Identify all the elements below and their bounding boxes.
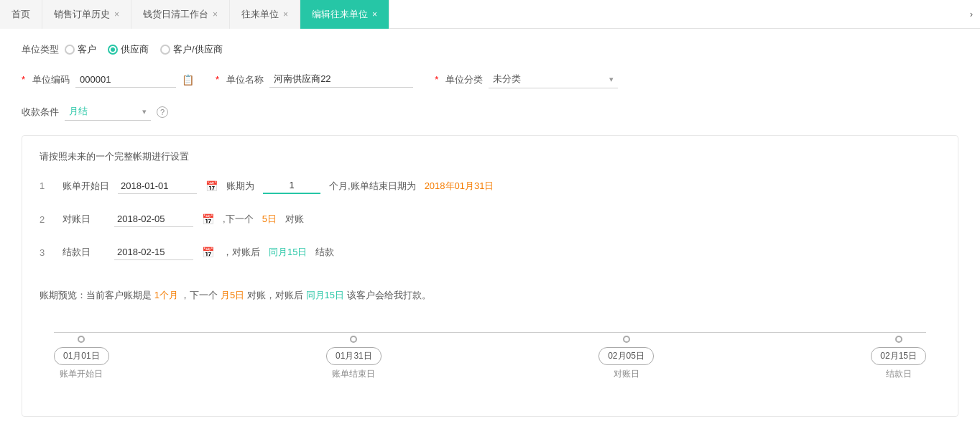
radio-both-label: 客户/供应商 [173,43,223,56]
tab-sales-history[interactable]: 销售订单历史 × [42,0,131,29]
settings-title: 请按照未来的一个完整帐期进行设置 [40,150,940,163]
timeline-node-1: 01月01日 账单开始日 [54,323,109,380]
tab-cash-work-label: 钱货日清工作台 [143,8,208,21]
preview-section: 账期预览：当前客户账期是 1个月 ，下一个 月5日 对账，对账后 同月15日 该… [40,277,940,402]
unit-category-value: 未分类 [493,73,521,86]
unit-code-required: * [22,74,25,85]
row-2-label: 对账日 [63,213,106,226]
unit-code-label: 单位编码 [32,73,70,86]
start-date-input[interactable] [118,178,197,194]
timeline-label-1: 01月01日 [54,347,109,365]
payment-date-input[interactable] [114,244,193,260]
row-3-num: 3 [40,247,54,258]
main-content: 单位类型 客户 供应商 客户/供应商 * 单位编码 [0,29,980,437]
radio-customer-label: 客户 [78,43,96,56]
preview-text: 账期预览：当前客户账期是 1个月 ，下一个 月5日 对账，对账后 同月15日 该… [40,289,940,302]
row-2-desc-suffix: 对账 [285,213,304,226]
tab-sales-history-label: 销售订单历史 [54,8,110,21]
unit-category-group: * 单位分类 未分类 ▾ [435,70,618,88]
timeline-caption-4: 结款日 [886,368,912,380]
help-icon[interactable]: ? [157,106,168,118]
payment-terms-chevron-icon: ▾ [142,107,147,116]
timeline-line [54,332,926,333]
unit-type-group: 单位类型 客户 供应商 客户/供应商 [22,43,223,56]
timeline-caption-3: 对账日 [614,368,639,380]
tab-edit-partner-close[interactable]: × [372,10,377,19]
row-3-highlight: 同月15日 [269,246,307,259]
row-3-label: 结款日 [63,246,106,259]
radio-both[interactable]: 客户/供应商 [160,43,223,56]
unit-type-label: 单位类型 [22,43,59,56]
tab-edit-partner-label: 编辑往来单位 [312,8,368,21]
tab-home[interactable]: 首页 [0,0,42,29]
chevron-right-icon: › [970,9,973,19]
timeline-node-2: 01月31日 账单结束日 [326,323,382,380]
preview-suffix: 该客户会给我打款。 [347,290,431,300]
tab-partner[interactable]: 往来单位 × [230,0,300,29]
tab-bar: 首页 销售订单历史 × 钱货日清工作台 × 往来单位 × 编辑往来单位 × › [0,0,980,29]
preview-prefix: 账期预览：当前客户账期是 [40,290,152,300]
unit-name-input[interactable] [269,72,413,88]
timeline-node-4: 02月15日 结款日 [871,323,926,380]
row-1-highlight: 2018年01月31日 [425,180,494,193]
settings-row-1: 1 账单开始日 📅 账期为 个月,账单结束日期为 2018年01月31日 [40,178,940,194]
timeline-dot-1 [78,336,85,343]
unit-name-label: 单位名称 [226,73,264,86]
start-date-calendar-icon[interactable]: 📅 [205,180,218,192]
preview-mid2: 对账，对账后 [247,290,303,300]
tab-cash-work[interactable]: 钱货日清工作台 × [131,0,230,29]
timeline-dot-4 [895,336,902,343]
reconcile-date-input[interactable] [114,211,193,227]
tab-more-button[interactable]: › [963,0,980,29]
payment-terms-row: 收款条件 月结 ▾ ? [22,103,958,121]
unit-category-required: * [435,74,438,85]
row-2-num: 2 [40,214,54,225]
radio-supplier[interactable]: 供应商 [108,43,149,56]
payment-date-calendar-icon[interactable]: 📅 [202,247,214,258]
row-3-desc-prefix: ，对账后 [223,246,260,259]
payment-terms-group: 收款条件 月结 ▾ ? [22,103,168,121]
preview-mid1: ，下一个 [180,290,218,300]
timeline-caption-1: 账单开始日 [60,368,103,380]
row-2-desc-prefix: ,下一个 [223,213,254,226]
row-1-label: 账单开始日 [63,180,109,193]
payment-terms-value: 月结 [69,105,88,118]
timeline-label-3: 02月05日 [598,347,654,365]
timeline-label-2: 01月31日 [326,347,382,365]
radio-customer[interactable]: 客户 [65,43,96,56]
timeline-dot-3 [623,336,630,343]
unit-code-input[interactable] [75,72,176,88]
tab-sales-history-close[interactable]: × [114,10,119,19]
period-input[interactable] [263,178,320,194]
unit-category-chevron-icon: ▾ [609,75,614,84]
timeline-dot-2 [350,336,357,343]
tab-partner-label: 往来单位 [241,8,279,21]
unit-info-row: * 单位编码 📋 * 单位名称 * 单位分类 未分类 ▾ [22,70,958,88]
tab-cash-work-close[interactable]: × [213,10,218,19]
tab-partner-close[interactable]: × [283,10,288,19]
reconcile-date-calendar-icon[interactable]: 📅 [202,213,214,225]
tab-edit-partner[interactable]: 编辑往来单位 × [300,0,389,29]
payment-terms-select[interactable]: 月结 ▾ [65,103,151,121]
row-1-desc-prefix: 账期为 [226,180,254,193]
settings-row-2: 2 对账日 📅 ,下一个 5日 对账 [40,211,940,227]
timeline-node-3: 02月05日 对账日 [598,323,654,380]
row-2-highlight: 5日 [262,213,277,226]
timeline-container: 01月01日 账单开始日 01月31日 账单结束日 02月05日 对账日 [40,316,940,402]
unit-name-group: * 单位名称 [216,72,413,88]
unit-name-required: * [216,74,219,85]
settings-panel: 请按照未来的一个完整帐期进行设置 1 账单开始日 📅 账期为 个月,账单结束日期… [22,135,958,417]
unit-category-select[interactable]: 未分类 ▾ [489,70,618,88]
row-1-num: 1 [40,180,54,191]
preview-highlight3: 同月15日 [306,290,344,300]
timeline-label-4: 02月15日 [871,347,926,365]
unit-type-row: 单位类型 客户 供应商 客户/供应商 [22,43,958,56]
radio-both-circle [160,45,170,55]
radio-supplier-circle [108,45,118,55]
unit-code-copy-icon[interactable]: 📋 [182,74,194,86]
row-1-desc-suffix: 个月,账单结束日期为 [329,180,416,193]
preview-highlight1: 1个月 [154,290,178,300]
timeline-caption-2: 账单结束日 [332,368,375,380]
radio-supplier-label: 供应商 [121,43,149,56]
unit-category-label: 单位分类 [445,73,483,86]
